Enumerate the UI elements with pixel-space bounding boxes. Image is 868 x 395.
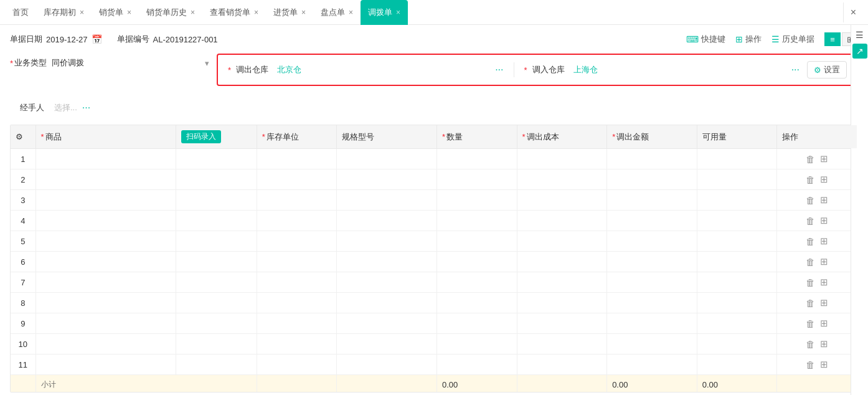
cell-cost[interactable] [517,272,607,293]
scan-button[interactable]: 扫码录入 [181,130,221,143]
cell-cost[interactable] [517,252,607,272]
copy-icon[interactable]: ⊞ [820,153,828,164]
cell-amount[interactable] [607,169,697,190]
cell-qty[interactable] [436,293,517,313]
tab-sales-history-close[interactable]: × [191,8,195,17]
cell-spec[interactable] [337,231,437,252]
cell-amount[interactable] [607,355,697,375]
cell-unit[interactable] [257,272,337,293]
cell-qty[interactable] [436,169,517,190]
delete-icon[interactable]: 🗑 [806,174,815,185]
tab-transfer-close[interactable]: × [396,8,400,17]
cell-cost[interactable] [517,169,607,190]
cell-spec[interactable] [337,334,437,355]
cell-product[interactable] [35,252,176,272]
handler-select[interactable]: 选择... [54,102,77,113]
delete-icon[interactable]: 🗑 [806,318,815,329]
cell-qty[interactable] [436,190,517,211]
copy-icon[interactable]: ⊞ [820,215,828,226]
cell-amount[interactable] [607,293,697,313]
operations-button[interactable]: ⊞ 操作 [735,34,762,45]
cell-spec[interactable] [337,272,437,293]
cell-unit[interactable] [257,313,337,334]
tab-purchase-order-close[interactable]: × [301,8,306,17]
cell-product[interactable] [35,355,176,375]
delete-icon[interactable]: 🗑 [806,298,815,308]
copy-icon[interactable]: ⊞ [820,256,828,267]
cell-product[interactable] [35,231,176,252]
copy-icon[interactable]: ⊞ [820,359,828,370]
cell-cost[interactable] [517,211,607,231]
cell-spec[interactable] [337,190,437,211]
warehouse-out-value[interactable]: 北京仓 [277,64,486,75]
cell-qty[interactable] [436,272,517,293]
business-type-dropdown-icon[interactable]: ▾ [205,59,209,68]
sidebar-export-button[interactable]: ↗ [852,44,867,59]
tab-sales-order[interactable]: 销货单 × [92,0,139,25]
cell-unit[interactable] [257,293,337,313]
cell-qty[interactable] [436,252,517,272]
tab-home[interactable]: 首页 [5,0,36,25]
cell-spec[interactable] [337,355,437,375]
tab-sales-order-close[interactable]: × [127,8,131,17]
copy-icon[interactable]: ⊞ [820,318,828,329]
shortcuts-button[interactable]: ⌨ 快捷键 [686,34,725,45]
copy-icon[interactable]: ⊞ [820,236,828,247]
cell-cost[interactable] [517,293,607,313]
cell-amount[interactable] [607,272,697,293]
cell-cost[interactable] [517,313,607,334]
cell-unit[interactable] [257,211,337,231]
settings-button[interactable]: ⚙ 设置 [807,61,847,79]
copy-icon[interactable]: ⊞ [820,194,828,206]
tab-sales-history[interactable]: 销货单历史 × [139,0,202,25]
cell-spec[interactable] [337,252,437,272]
cell-qty[interactable] [436,334,517,355]
cell-cost[interactable] [517,231,607,252]
tab-view-sales[interactable]: 查看销货单 × [202,0,266,25]
cell-product[interactable] [35,190,176,211]
col-header-settings[interactable]: ⚙ [11,125,35,149]
tab-purchase-order[interactable]: 进货单 × [266,0,313,25]
cell-amount[interactable] [607,313,697,334]
delete-icon[interactable]: 🗑 [806,236,815,247]
history-button[interactable]: ☰ 历史单据 [771,34,814,45]
cell-unit[interactable] [257,355,337,375]
cell-amount[interactable] [607,149,697,169]
date-value[interactable]: 2019-12-27 [46,35,88,44]
tab-inventory-init[interactable]: 库存期初 × [36,0,92,25]
cell-product[interactable] [35,272,176,293]
cell-product[interactable] [35,293,176,313]
cell-spec[interactable] [337,149,437,169]
delete-icon[interactable]: 🗑 [806,216,815,226]
cell-amount[interactable] [607,190,697,211]
cell-spec[interactable] [337,313,437,334]
cell-product[interactable] [35,313,176,334]
delete-icon[interactable]: 🗑 [806,154,815,164]
tab-stocktake-close[interactable]: × [349,8,353,17]
copy-icon[interactable]: ⊞ [820,277,828,288]
cell-qty[interactable] [436,211,517,231]
cell-amount[interactable] [607,334,697,355]
view-list-button[interactable]: ≡ [824,32,841,46]
warehouse-in-value[interactable]: 上海仓 [573,64,783,75]
tab-inventory-init-close[interactable]: × [80,8,84,17]
cell-unit[interactable] [257,252,337,272]
calendar-icon[interactable]: 📅 [92,34,102,44]
copy-icon[interactable]: ⊞ [820,338,828,350]
cell-product[interactable] [35,149,176,169]
business-type-value[interactable]: 同价调拨 [52,57,200,69]
cell-unit[interactable] [257,169,337,190]
tab-view-sales-close[interactable]: × [254,8,258,17]
delete-icon[interactable]: 🗑 [806,359,815,370]
cell-unit[interactable] [257,149,337,169]
warehouse-in-more-icon[interactable]: ··· [791,64,800,75]
tab-transfer[interactable]: 调拨单 × [361,0,408,25]
cell-unit[interactable] [257,190,337,211]
cell-product[interactable] [35,211,176,231]
copy-icon[interactable]: ⊞ [820,174,828,185]
delete-icon[interactable]: 🗑 [806,195,815,206]
cell-amount[interactable] [607,231,697,252]
cell-amount[interactable] [607,211,697,231]
cell-spec[interactable] [337,169,437,190]
tab-stocktake[interactable]: 盘点单 × [313,0,361,25]
